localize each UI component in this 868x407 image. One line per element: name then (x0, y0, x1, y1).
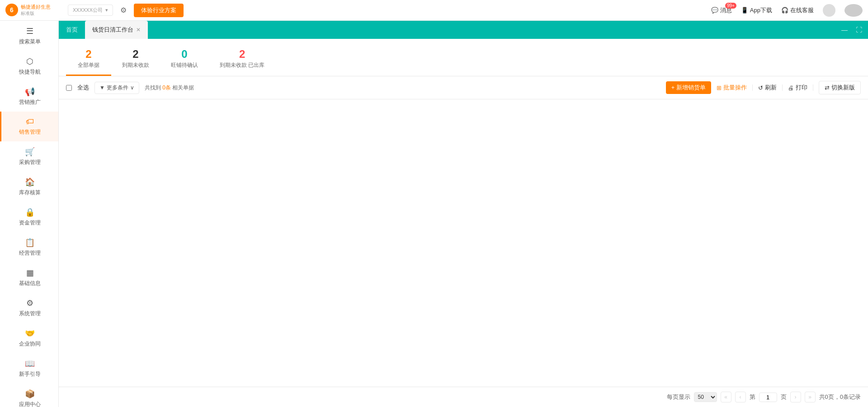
tab-minimize-icon[interactable]: — (839, 24, 850, 35)
tab-work-bench[interactable]: 钱货日清工作台 ✕ (85, 21, 148, 39)
sidebar-item-search[interactable]: ☰ 搜索菜单 (0, 21, 58, 51)
basic-info-icon: ▦ (26, 268, 34, 278)
toolbar-divider-3 (813, 84, 813, 91)
stat-all-num: 2 (85, 48, 91, 61)
company-name: XXXXXX公司 (73, 7, 103, 14)
online-service-label: 在线客服 (790, 6, 814, 14)
select-all-label: 全选 (77, 84, 89, 92)
filter-dropdown-icon: ∨ (130, 84, 134, 91)
sidebar-item-label-quick-nav: 快捷导航 (19, 68, 41, 76)
header-right: 💬 消息 99+ 📱 App下载 🎧 在线客服 (711, 4, 863, 17)
app-download-icon: 📱 (741, 7, 748, 14)
stat-tab-wangpu[interactable]: 0 旺铺待确认 (160, 44, 209, 76)
logo-icon: 6 (5, 4, 18, 16)
pagination-footer: 每页显示 50 10 20 100 « ‹ 第 页 › » 共0页，0条记录 (59, 387, 868, 407)
trial-button[interactable]: 体验行业方案 (134, 4, 184, 17)
company-selector[interactable]: XXXXXX公司 ▾ (68, 5, 113, 16)
sidebar-item-operation[interactable]: 📋 经营管理 (0, 232, 58, 262)
page-size-label: 每页显示 (667, 393, 690, 401)
stat-wangpu-num: 0 (181, 48, 187, 61)
sidebar-item-sales[interactable]: 🏷 销售管理 (0, 112, 58, 141)
sidebar-item-system[interactable]: ⚙ 系统管理 (0, 293, 58, 323)
switch-new-version-button[interactable]: ⇄ 切换新版 (819, 81, 861, 94)
last-page-button[interactable]: » (805, 392, 816, 402)
count-value: 0条 (162, 84, 171, 91)
print-button[interactable]: 🖨 打印 (788, 84, 807, 92)
total-info: 共0页，0条记录 (819, 393, 861, 401)
stat-tab-shipped[interactable]: 2 到期未收款 已出库 (209, 44, 275, 76)
sidebar-item-label-finance: 资金管理 (19, 219, 41, 227)
count-suffix: 相关单据 (172, 84, 194, 91)
purchase-icon: 🛒 (25, 147, 35, 157)
toolbar-divider-2 (782, 84, 783, 91)
sidebar-item-label-operation: 经营管理 (19, 249, 41, 257)
sidebar-item-label-marketing: 营销推广 (19, 98, 41, 106)
sidebar-item-guide[interactable]: 📖 新手引导 (0, 353, 58, 384)
print-icon: 🖨 (788, 84, 794, 91)
system-icon: ⚙ (26, 298, 33, 308)
main-layout: ☰ 搜索菜单 ⬡ 快捷导航 📢 营销推广 🏷 销售管理 🛒 采购管理 🏠 库存核… (0, 21, 868, 407)
batch-action-button[interactable]: ⊞ 批量操作 (717, 84, 747, 92)
stat-tab-overdue[interactable]: 2 到期未收款 (111, 44, 160, 76)
sidebar-item-quick-nav[interactable]: ⬡ 快捷导航 (0, 51, 58, 81)
select-all-checkbox[interactable] (66, 85, 72, 91)
app-download-label: App下载 (750, 6, 772, 14)
stat-shipped-num: 2 (239, 48, 245, 61)
app-download-action[interactable]: 📱 App下载 (741, 6, 772, 14)
sidebar-item-finance[interactable]: 🔒 资金管理 (0, 202, 58, 232)
next-page-button[interactable]: › (790, 392, 801, 402)
tab-close-icon[interactable]: ✕ (136, 27, 141, 33)
user-name-area[interactable] (844, 4, 863, 17)
tab-maximize-icon[interactable]: ⛶ (854, 24, 864, 35)
tab-bar: 首页 钱货日清工作台 ✕ — ⛶ (59, 21, 868, 39)
refresh-label: 刷新 (765, 84, 777, 92)
sidebar-item-label-basic-info: 基础信息 (19, 280, 41, 287)
toolbar-divider-1 (752, 84, 753, 91)
sidebar-item-purchase[interactable]: 🛒 采购管理 (0, 141, 58, 172)
avatar[interactable] (823, 4, 835, 17)
stats-tabs: 2 全部单据 2 到期未收款 0 旺铺待确认 2 到期未收款 已出库 (59, 39, 868, 76)
message-badge: 99+ (725, 3, 736, 9)
message-action[interactable]: 💬 消息 99+ (711, 6, 732, 14)
sidebar-item-label-inventory: 库存核算 (19, 189, 41, 196)
company-dropdown-icon: ▾ (105, 7, 108, 13)
top-header: 6 畅捷通好生意 标准版 XXXXXX公司 ▾ ⚙ 体验行业方案 💬 消息 99… (0, 0, 868, 21)
prev-page-button[interactable]: ‹ (735, 392, 746, 402)
online-service-action[interactable]: 🎧 在线客服 (781, 6, 814, 14)
sidebar-item-app-center[interactable]: 📦 应用中心 (0, 384, 58, 407)
refresh-button[interactable]: ↺ 刷新 (758, 84, 777, 92)
filter-icon: ▼ (99, 84, 105, 91)
tab-bar-actions: — ⛶ (839, 24, 868, 35)
logo-area: 6 畅捷通好生意 标准版 (5, 4, 64, 16)
inventory-icon: 🏠 (25, 177, 35, 187)
stat-tab-all[interactable]: 2 全部单据 (66, 44, 111, 76)
add-sale-order-button[interactable]: + 新增销货单 (666, 81, 711, 94)
guide-icon: 📖 (25, 359, 35, 369)
sidebar-item-label-guide: 新手引导 (19, 370, 41, 378)
tab-home[interactable]: 首页 (59, 21, 85, 39)
operation-icon: 📋 (25, 238, 35, 248)
page-size-select[interactable]: 50 10 20 100 (694, 392, 717, 402)
toolbar: 全选 ▼ 更多条件 ∨ 共找到 0条 相关单据 + 新增销货单 ⊞ 批量操作 (59, 76, 868, 99)
tab-workbench-label: 钱货日清工作台 (92, 26, 133, 34)
current-page-input[interactable] (759, 393, 777, 402)
sidebar-item-marketing[interactable]: 📢 营销推广 (0, 81, 58, 112)
stat-wangpu-label: 旺铺待确认 (171, 61, 198, 69)
sidebar-item-basic-info[interactable]: ▦ 基础信息 (0, 262, 58, 293)
switch-label: 切换新版 (831, 84, 855, 92)
sidebar-item-label-app-center: 应用中心 (19, 401, 41, 407)
stat-overdue-num: 2 (132, 48, 138, 61)
first-page-button[interactable]: « (721, 392, 731, 402)
stat-overdue-label: 到期未收款 (122, 61, 149, 69)
toolbar-right: + 新增销货单 ⊞ 批量操作 ↺ 刷新 🖨 打印 (666, 81, 861, 94)
sidebar-item-inventory[interactable]: 🏠 库存核算 (0, 172, 58, 202)
logo-sub: 标准版 (21, 10, 51, 17)
sidebar-item-enterprise[interactable]: 🤝 企业协同 (0, 323, 58, 353)
content-area: 首页 钱货日清工作台 ✕ — ⛶ 2 全部单据 2 到期未收款 (59, 21, 868, 407)
quick-nav-icon: ⬡ (26, 56, 33, 66)
count-info: 共找到 0条 相关单据 (145, 84, 194, 92)
filter-button[interactable]: ▼ 更多条件 ∨ (94, 82, 139, 94)
finance-icon: 🔒 (25, 207, 35, 217)
sidebar: ☰ 搜索菜单 ⬡ 快捷导航 📢 营销推广 🏷 销售管理 🛒 采购管理 🏠 库存核… (0, 21, 59, 407)
settings-icon[interactable]: ⚙ (117, 4, 130, 17)
